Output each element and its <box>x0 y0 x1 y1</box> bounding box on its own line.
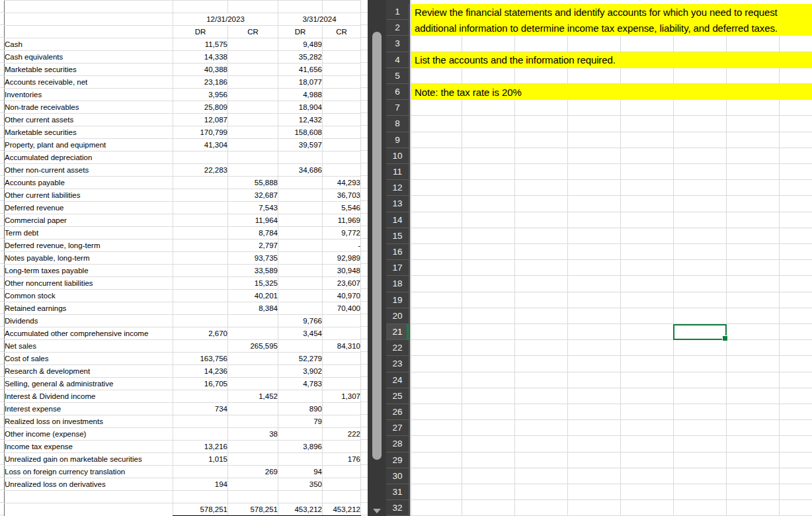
row-header-22[interactable]: 22 <box>386 340 409 356</box>
amount-cell[interactable] <box>228 378 278 390</box>
amount-cell[interactable] <box>173 151 228 164</box>
row-header-17[interactable]: 17 <box>386 260 409 276</box>
row-header-30[interactable]: 30 <box>386 468 409 484</box>
amount-cell[interactable] <box>278 151 323 164</box>
amount-cell[interactable] <box>173 177 228 189</box>
row-header-24[interactable]: 24 <box>386 372 409 388</box>
amount-cell[interactable] <box>323 101 361 114</box>
amount-cell[interactable]: 52,279 <box>278 353 323 365</box>
amount-cell[interactable] <box>228 164 278 177</box>
sheet-row-32[interactable] <box>411 500 812 516</box>
amount-cell[interactable]: 23,607 <box>323 277 361 290</box>
note-cell-row-2[interactable]: additional information to determine inco… <box>411 20 812 36</box>
sheet-row-14[interactable] <box>411 212 812 228</box>
amount-cell[interactable] <box>228 101 278 114</box>
amount-cell[interactable] <box>323 126 361 139</box>
sheet-row-29[interactable] <box>411 452 812 468</box>
account-name-cell[interactable]: Realized loss on investments <box>5 415 173 428</box>
amount-cell[interactable]: 269 <box>228 466 278 478</box>
amount-cell[interactable]: 12,432 <box>278 114 323 126</box>
amount-cell[interactable]: 79 <box>278 415 323 428</box>
amount-cell[interactable] <box>228 89 278 101</box>
amount-cell[interactable]: 2,797 <box>228 239 278 252</box>
amount-cell[interactable] <box>323 89 361 101</box>
amount-cell[interactable] <box>228 51 278 64</box>
amount-cell[interactable]: 1,307 <box>323 390 361 403</box>
account-name-cell[interactable]: Deferred revenue, long-term <box>5 239 173 252</box>
amount-cell[interactable] <box>278 265 323 277</box>
amount-cell[interactable] <box>173 340 228 353</box>
amount-cell[interactable]: 9,772 <box>323 227 361 239</box>
account-name-cell[interactable]: Research & development <box>5 365 173 378</box>
cr-header-2024[interactable]: CR <box>323 26 361 38</box>
row-header-14[interactable]: 14 <box>386 212 409 228</box>
amount-cell[interactable] <box>278 302 323 315</box>
amount-cell[interactable] <box>228 353 278 365</box>
amount-cell[interactable] <box>228 315 278 327</box>
amount-cell[interactable]: 3,902 <box>278 365 323 378</box>
amount-cell[interactable]: 890 <box>278 403 323 415</box>
amount-cell[interactable] <box>278 453 323 466</box>
sheet-row-9[interactable] <box>411 132 812 148</box>
sheet-row-11[interactable] <box>411 164 812 180</box>
amount-cell[interactable] <box>228 126 278 139</box>
amount-cell[interactable]: 34,686 <box>278 164 323 177</box>
amount-cell[interactable]: 8,784 <box>228 227 278 239</box>
amount-cell[interactable] <box>228 478 278 491</box>
amount-cell[interactable]: 22,283 <box>173 164 228 177</box>
sheet-row-10[interactable] <box>411 148 812 164</box>
account-name-cell[interactable]: Selling, general & administrative <box>5 378 173 390</box>
amount-cell[interactable]: 222 <box>323 428 361 441</box>
total-cr-2023[interactable]: 578,251 <box>228 503 278 516</box>
row-header-28[interactable]: 28 <box>386 436 409 452</box>
amount-cell[interactable] <box>323 51 361 64</box>
account-name-cell[interactable]: Accumulated other comprehensive income <box>5 327 173 340</box>
amount-cell[interactable] <box>323 478 361 491</box>
row-header-25[interactable]: 25 <box>386 388 409 404</box>
sheet-row-23[interactable] <box>411 356 812 372</box>
period-header-2023[interactable]: 12/31/2023 <box>173 13 278 26</box>
amount-cell[interactable]: 84,310 <box>323 340 361 353</box>
amount-cell[interactable] <box>228 64 278 76</box>
total-cr-2024[interactable]: 453,212 <box>323 503 361 516</box>
account-name-cell[interactable]: Accumulated depreciation <box>5 151 173 164</box>
amount-cell[interactable]: 9,489 <box>278 38 323 51</box>
amount-cell[interactable] <box>228 365 278 378</box>
row-header-32[interactable]: 32 <box>386 500 409 516</box>
sheet-row-15[interactable] <box>411 228 812 244</box>
amount-cell[interactable] <box>228 151 278 164</box>
sheet-row-27[interactable] <box>411 420 812 436</box>
amount-cell[interactable]: 3,454 <box>278 327 323 340</box>
amount-cell[interactable]: 93,735 <box>228 252 278 265</box>
amount-cell[interactable] <box>323 378 361 390</box>
account-name-cell[interactable]: Common stock <box>5 290 173 302</box>
amount-cell[interactable]: 92,989 <box>323 252 361 265</box>
account-name-cell[interactable]: Deferred revenue <box>5 202 173 214</box>
amount-cell[interactable] <box>323 151 361 164</box>
amount-cell[interactable] <box>173 315 228 327</box>
vertical-scrollbar[interactable] <box>368 0 386 516</box>
account-name-cell[interactable]: Retained earnings <box>5 302 173 315</box>
amount-cell[interactable] <box>323 164 361 177</box>
account-name-cell[interactable]: Other non-current assets <box>5 164 173 177</box>
sheet-row-19[interactable] <box>411 292 812 308</box>
account-name-cell[interactable]: Loss on foreign currency translation <box>5 466 173 478</box>
fill-handle[interactable] <box>722 335 728 341</box>
row-header-11[interactable]: 11 <box>386 164 409 180</box>
amount-cell[interactable]: 8,384 <box>228 302 278 315</box>
amount-cell[interactable]: 11,575 <box>173 38 228 51</box>
amount-cell[interactable]: 39,597 <box>278 139 323 151</box>
row-header-10[interactable]: 10 <box>386 148 409 164</box>
sheet-row-20[interactable] <box>411 308 812 324</box>
amount-cell[interactable]: 94 <box>278 466 323 478</box>
period-header-2024[interactable]: 3/31/2024 <box>278 13 361 26</box>
amount-cell[interactable] <box>323 441 361 453</box>
amount-cell[interactable] <box>228 415 278 428</box>
row-header-15[interactable]: 15 <box>386 228 409 244</box>
amount-cell[interactable] <box>323 38 361 51</box>
amount-cell[interactable] <box>173 202 228 214</box>
amount-cell[interactable] <box>228 114 278 126</box>
account-name-cell[interactable]: Other current assets <box>5 114 173 126</box>
amount-cell[interactable] <box>323 415 361 428</box>
amount-cell[interactable]: 35,282 <box>278 51 323 64</box>
